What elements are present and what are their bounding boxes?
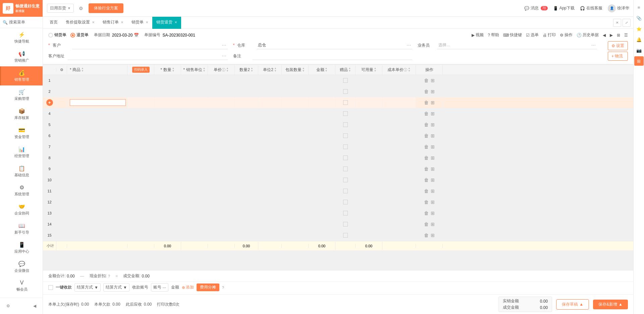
search-menu-item[interactable]: 🔍 搜索菜单 (0, 17, 43, 28)
video-btn[interactable]: ▶ 视频 (472, 32, 484, 38)
salesperson-dots[interactable]: ··· (591, 42, 596, 48)
row-3-pack[interactable] (282, 97, 309, 108)
tabs-close-btn[interactable]: ✕ (613, 19, 621, 27)
row-1-pack[interactable] (282, 75, 309, 86)
row-1-gift[interactable] (335, 75, 356, 86)
tab-sales[interactable]: 销货单 ✕ (127, 17, 152, 29)
trial-btn[interactable]: 体验行业方案 (89, 3, 123, 13)
row-3-product[interactable] (67, 97, 127, 108)
sidebar-item-member[interactable]: V 畅会员 (0, 276, 43, 295)
row-2-qty[interactable] (154, 86, 181, 97)
settle-method-select[interactable]: 结算方式 ▼ (74, 283, 101, 292)
customer-dots[interactable]: ··· (222, 42, 226, 48)
row-3-amount[interactable] (309, 97, 335, 108)
row-1-avail[interactable] (356, 75, 382, 86)
add-payment-btn[interactable]: ⊕ 添加 (182, 285, 194, 290)
cost-help-icon[interactable]: ⓘ (404, 67, 407, 72)
sidebar-item-collab[interactable]: 🤝 企业协同 (0, 200, 43, 219)
account-select[interactable]: 账号 ··· (151, 283, 168, 292)
feiyong-help-icon[interactable]: ? (222, 286, 224, 290)
cost-sort[interactable]: ▲▼ (408, 67, 411, 72)
row-3-gift-checkbox[interactable] (343, 100, 348, 105)
row-2-gift-checkbox[interactable] (343, 89, 348, 94)
row-3-copy-btn[interactable]: ⊞ (430, 100, 436, 105)
row-3-unit[interactable] (181, 97, 208, 108)
qty2-sort[interactable]: ▲▼ (251, 67, 253, 72)
sidebar-item-finance[interactable]: 💳 资金管理 (0, 124, 43, 143)
settings-action-btn[interactable]: ⚙ 设置 (608, 41, 628, 50)
calc-method-select[interactable]: 结算方式 ▼ (103, 283, 129, 292)
row-2-unit[interactable] (181, 86, 208, 97)
help-btn[interactable]: ? 帮助 (488, 32, 499, 38)
right-sidebar-icon-1[interactable]: ≡ (634, 3, 644, 12)
qty-sort[interactable]: ▲▼ (172, 67, 175, 72)
sidebar-collapse-btn[interactable]: ◀ (30, 301, 39, 311)
row-2-copy-btn[interactable]: ⊞ (430, 89, 436, 94)
operation-btn[interactable]: ⚙ 操作 (560, 32, 573, 38)
salesperson-input[interactable]: 选择... ··· (437, 41, 597, 49)
row-2-price[interactable] (208, 86, 235, 97)
sidebar-item-system[interactable]: ⚙ 系统管理 (0, 181, 43, 200)
row-1-delete-btn[interactable]: 🗑 (423, 78, 430, 83)
sidebar-item-basicinfo[interactable]: 📋 基础信息 (0, 162, 43, 181)
product-sort[interactable]: ▲▼ (81, 67, 84, 72)
row-1-product[interactable] (67, 75, 127, 86)
row-3-avail[interactable] (356, 97, 382, 108)
row-3-product-input[interactable] (70, 99, 126, 106)
col-header-barcode[interactable]: 扫码录入 (127, 65, 154, 75)
sidebar-settings-btn[interactable]: ⚙ (3, 301, 13, 311)
row-2-cost[interactable] (382, 86, 416, 97)
sidebar-item-sales[interactable]: 💰 销售管理 (0, 66, 43, 85)
tab-sales-order[interactable]: 销售订单 ✕ (99, 17, 127, 29)
right-sidebar-icon-5[interactable]: 📷 (634, 46, 644, 55)
message-btn[interactable]: 💬 消息 70 (524, 5, 548, 11)
row-2-gift[interactable] (335, 86, 356, 97)
row-1-gift-checkbox[interactable] (343, 78, 348, 83)
save-new-btn[interactable]: 保存&新增 ▲ (593, 300, 628, 309)
address-dots[interactable]: ··· (222, 53, 226, 59)
row-3-delete-btn[interactable]: 🗑 (423, 100, 430, 105)
calendar-icon[interactable]: 📅 (134, 33, 139, 38)
sidebar-item-purchase[interactable]: 🛒 采购管理 (0, 85, 43, 105)
customer-input[interactable]: ··· (72, 41, 228, 49)
col-header-settings[interactable]: ⚙ (56, 66, 67, 74)
online-service-btn[interactable]: 🎧 在线客服 (580, 5, 602, 11)
feiyong-btn[interactable]: 费用分摊 (197, 284, 219, 291)
row-1-qty[interactable] (154, 75, 181, 86)
row-1-qty2[interactable] (235, 75, 258, 86)
sidebar-item-operations[interactable]: 📊 经营管理 (0, 143, 43, 162)
row-2-avail[interactable] (356, 86, 382, 97)
discount-help-icon[interactable]: ? (108, 274, 110, 278)
tab-sales-return-close[interactable]: ✕ (174, 20, 177, 24)
row-3-price[interactable] (208, 97, 235, 108)
price-sort[interactable]: ▲▼ (226, 67, 229, 72)
row-3-unit2[interactable] (258, 97, 282, 108)
save-draft-btn[interactable]: 保存草稿 ▲ (556, 299, 589, 310)
industry-select[interactable]: 日用百货 ▼ (47, 4, 74, 13)
row-1-price[interactable] (208, 75, 235, 86)
row-1-amount[interactable] (309, 75, 335, 86)
app-download-btn[interactable]: 📱 App下载 (553, 5, 575, 11)
sidebar-item-appcenter[interactable]: 📱 应用中心 (0, 238, 43, 257)
avail-sort[interactable]: ▲▼ (374, 67, 377, 72)
select-btn[interactable]: ☑ 选单 (526, 32, 539, 38)
sidebar-item-marketing[interactable]: 📢 营销推广 (0, 47, 43, 66)
tabs-expand-btn[interactable]: ⤢ (623, 19, 631, 27)
sidebar-item-guide[interactable]: 📖 新手引导 (0, 219, 43, 238)
radio-return[interactable]: 退货单 (70, 32, 89, 38)
barcode-scan-btn[interactable]: 扫码录入 (132, 67, 150, 73)
tab-sales-close[interactable]: ✕ (146, 20, 148, 24)
tab-price-extract[interactable]: 售价提取设置 ✕ (62, 17, 99, 29)
amount-sort[interactable]: ▲▼ (325, 67, 328, 72)
right-sidebar-icon-6[interactable]: ⊞ (634, 56, 644, 66)
next-btn[interactable]: ▶ (610, 33, 613, 38)
tab-home[interactable]: 首页 (46, 17, 62, 29)
tab-price-extract-close[interactable]: ✕ (92, 20, 95, 24)
prev-btn[interactable]: ◀ (603, 33, 606, 38)
gift-sort[interactable]: ▲▼ (348, 67, 351, 72)
tab-sales-return[interactable]: 销货退货 ✕ (152, 17, 181, 29)
row-2-qty2[interactable] (235, 86, 258, 97)
radio-sales[interactable]: 销货单 (48, 32, 66, 38)
sidebar-item-wecom[interactable]: 💬 企业微信 (0, 257, 43, 276)
topbar-gear-btn[interactable]: ⚙ (76, 4, 86, 13)
